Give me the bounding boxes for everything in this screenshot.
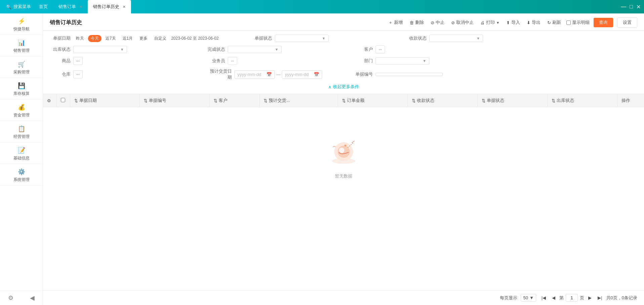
- th-bill-number[interactable]: ⇅ 单据编号: [140, 94, 210, 107]
- sidebar-item-purchase-mgmt[interactable]: 🛒 采购管理: [0, 56, 43, 78]
- th-ops-label: 操作: [621, 98, 630, 103]
- search-icon: 🔍: [6, 4, 11, 9]
- receipt-status-select[interactable]: ▼: [429, 35, 483, 42]
- th-delivery-date[interactable]: ⇅ 预计交货...: [260, 94, 338, 107]
- th-bill-number-sort-icon: ⇅: [144, 98, 147, 103]
- svg-line-5: [352, 141, 354, 143]
- th-outbound-status-label: 出库状态: [557, 98, 574, 104]
- department-label: 部门: [362, 58, 376, 64]
- maximize-icon[interactable]: □: [630, 4, 633, 10]
- delete-button[interactable]: 🗑 删除: [408, 19, 425, 26]
- stop-label: 中止: [436, 20, 444, 26]
- prev-page-button[interactable]: ◀: [550, 295, 557, 301]
- page-number-input[interactable]: [566, 294, 578, 302]
- content-area: 销售订单历史 ＋ 新增 🗑 删除 ⊘ 中止 ⊘ 取消中止: [43, 13, 644, 305]
- cancel-stop-label: 取消中止: [456, 20, 474, 26]
- delivery-date-start-input[interactable]: yyyy-mm-dd 📅: [234, 70, 275, 79]
- next-page-button[interactable]: ▶: [586, 295, 594, 301]
- collapse-sidebar-icon[interactable]: ◀: [30, 294, 35, 302]
- warehouse-control: ···: [73, 70, 201, 78]
- print-button[interactable]: 🖨 打印 ▼: [479, 19, 501, 26]
- th-customer[interactable]: ⇅ 客户: [210, 94, 260, 107]
- bill-status-select[interactable]: ▼: [275, 35, 329, 42]
- tab-sales-order-history[interactable]: 销售订单历史 ✕: [88, 0, 131, 13]
- import-button[interactable]: ⬆ 导入: [505, 19, 521, 26]
- search-menu-area[interactable]: 🔍 搜索菜单: [3, 4, 34, 10]
- th-settings[interactable]: ⚙: [43, 94, 56, 107]
- delivery-date-end-input[interactable]: yyyy-mm-dd 📅: [282, 70, 322, 79]
- sales-mgmt-icon: 📊: [18, 39, 25, 46]
- date-tab-custom[interactable]: 自定义: [152, 35, 169, 42]
- ops-mgmt-icon: 📋: [18, 125, 25, 132]
- cancel-stop-button[interactable]: ⊘ 取消中止: [450, 19, 475, 26]
- bill-number-input[interactable]: [376, 73, 443, 76]
- receipt-status-arrow-icon: ▼: [476, 36, 480, 40]
- th-order-amount[interactable]: ⇅ 订单金额: [338, 94, 407, 107]
- first-page-button[interactable]: |◀: [540, 295, 548, 301]
- display-cols-toggle[interactable]: 显示明细: [566, 20, 590, 26]
- minimize-icon[interactable]: —: [621, 4, 626, 10]
- product-picker[interactable]: ···: [73, 57, 83, 65]
- th-checkbox[interactable]: [56, 94, 70, 107]
- delete-label: 删除: [415, 20, 424, 26]
- delivery-date-control: yyyy-mm-dd 📅 — yyyy-mm-dd 📅: [234, 70, 349, 79]
- sidebar-item-quick-nav[interactable]: ⚡ 快捷导航: [0, 13, 43, 35]
- sidebar-item-ops-mgmt[interactable]: 📋 经营管理: [0, 121, 43, 143]
- delivery-date-start-calendar-icon: 📅: [266, 72, 272, 77]
- customer-picker[interactable]: ···: [376, 45, 385, 53]
- salesperson-picker[interactable]: ···: [228, 57, 237, 65]
- tab-home[interactable]: 首页: [34, 0, 53, 13]
- th-order-amount-label: 订单金额: [347, 98, 364, 104]
- delete-icon: 🗑: [410, 20, 414, 25]
- display-cols-checkbox[interactable]: [566, 21, 571, 25]
- print-icon: 🖨: [480, 20, 485, 25]
- th-bill-number-label: 单据编号: [149, 98, 166, 104]
- department-select[interactable]: ▼: [376, 57, 429, 65]
- date-tab-yesterday[interactable]: 昨天: [73, 35, 87, 42]
- delivery-date-label: 预计交货日期: [208, 68, 234, 80]
- new-button[interactable]: ＋ 新增: [387, 19, 404, 26]
- outbound-status-select[interactable]: ▼: [73, 46, 127, 53]
- filter-row-4: 仓库 ··· 预计交货日期 yyyy-mm-dd 📅 — yyyy-mm-dd …: [50, 68, 637, 80]
- tab-sales-order-close[interactable]: ✕: [79, 5, 82, 9]
- date-tab-today[interactable]: 今天: [88, 35, 101, 42]
- th-outbound-status[interactable]: ⇅ 出库状态: [547, 94, 617, 107]
- th-receipt-status[interactable]: ⇅ 收款状态: [407, 94, 477, 107]
- new-icon: ＋: [388, 20, 393, 26]
- window-close-icon[interactable]: ✕: [636, 4, 641, 10]
- warehouse-picker[interactable]: ···: [73, 70, 83, 78]
- query-button[interactable]: 查询: [594, 18, 613, 27]
- sidebar-item-inventory[interactable]: 💾 库存核算: [0, 78, 43, 100]
- date-tab-more[interactable]: 更多: [137, 35, 150, 42]
- date-tab-1month[interactable]: 近1月: [120, 35, 136, 42]
- date-range-value: 2023-06-02 至 2023-06-02: [171, 36, 218, 41]
- date-tab-7days[interactable]: 近7天: [103, 35, 119, 42]
- th-bill-date[interactable]: ⇅ 单据日期: [70, 94, 140, 107]
- settings-bottom-icon[interactable]: ⚙: [8, 294, 13, 302]
- sidebar-item-fund-mgmt[interactable]: 💰 资金管理: [0, 100, 43, 121]
- sidebar-item-sales-mgmt[interactable]: 📊 销售管理: [0, 35, 43, 56]
- sidebar-item-sys-mgmt[interactable]: ⚙️ 系统管理: [0, 164, 43, 186]
- stop-button[interactable]: ⊘ 中止: [429, 19, 446, 26]
- settings-button[interactable]: 设置: [617, 17, 637, 28]
- delivery-date-start-placeholder: yyyy-mm-dd: [238, 72, 261, 77]
- settings-gear-icon[interactable]: ⚙: [47, 98, 51, 103]
- collapse-row[interactable]: ∧ 收起更多条件: [50, 84, 637, 90]
- display-cols-label: 显示明细: [572, 20, 590, 26]
- bill-status-label: 单据状态: [255, 35, 275, 41]
- delivery-date-end-placeholder: yyyy-mm-dd: [285, 72, 309, 77]
- th-bill-status[interactable]: ⇅ 单据状态: [477, 94, 547, 107]
- export-button[interactable]: ⬇ 导出: [525, 19, 542, 26]
- outbound-status-control: ▼: [73, 46, 201, 53]
- sidebar-item-base-info[interactable]: 📝 基础信息: [0, 143, 43, 164]
- refresh-button[interactable]: ↻ 刷新: [546, 19, 562, 26]
- th-customer-sort-icon: ⇅: [214, 98, 217, 103]
- select-all-checkbox[interactable]: [61, 98, 65, 102]
- last-page-button[interactable]: ▶|: [596, 295, 604, 301]
- tab-sales-order[interactable]: 销售订单 ✕: [53, 0, 88, 13]
- collapse-label: 收起更多条件: [333, 84, 359, 90]
- tab-sales-order-history-close[interactable]: ✕: [123, 5, 126, 9]
- per-page-select[interactable]: 50 ▼: [521, 294, 536, 302]
- complete-status-select[interactable]: ▼: [228, 46, 282, 53]
- complete-status-arrow-icon: ▼: [275, 47, 278, 51]
